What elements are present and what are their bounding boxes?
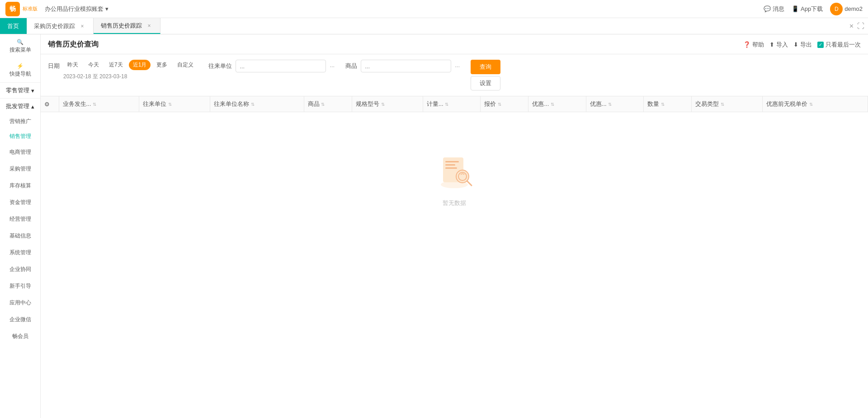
message-button[interactable]: 💬 消息 (764, 5, 784, 13)
date-btn-yesterday[interactable]: 昨天 (63, 60, 82, 70)
date-options: 昨天 今天 近7天 近1月 更多 自定义 2023-02-18 至 2023-0… (63, 60, 198, 81)
sidebar-item-member[interactable]: 畅会员 (0, 328, 40, 345)
col-partner-name[interactable]: 往来单位名称 ⇅ (210, 96, 304, 112)
col-product[interactable]: 商品 ⇅ (304, 96, 352, 112)
query-button[interactable]: 查询 (471, 60, 500, 74)
retail-chevron-icon: ▾ (31, 87, 34, 94)
message-label: 消息 (773, 5, 784, 13)
settings-button[interactable]: 设置 (471, 76, 500, 90)
col-discount1[interactable]: 优惠... ⇅ (528, 96, 586, 112)
sidebar-item-retail[interactable]: 零售管理 ▾ (0, 82, 40, 98)
date-btn-7days[interactable]: 近7天 (105, 60, 127, 70)
col-gear[interactable]: ⚙ (41, 96, 59, 112)
date-filter-group: 日期 昨天 今天 近7天 近1月 更多 自定义 2023-02-18 至 202… (48, 60, 198, 81)
sort-icon-price: ⇅ (498, 102, 501, 107)
date-btn-1month[interactable]: 近1月 (129, 60, 151, 70)
user-area[interactable]: D demo2 (830, 3, 863, 15)
close-all-icon[interactable]: × (849, 22, 854, 30)
avatar: D (830, 3, 843, 15)
partner-input[interactable] (236, 60, 326, 72)
sidebar-item-system[interactable]: 系统管理 (0, 244, 40, 261)
gear-icon[interactable]: ⚙ (44, 101, 50, 108)
only-last-checkbox[interactable]: ✓ 只看最后一次 (817, 41, 861, 49)
tab-sales-history[interactable]: 销售历史价跟踪 × (94, 18, 160, 34)
sort-icon-pretax-price: ⇅ (809, 102, 813, 107)
page-title: 销售历史价查询 (48, 40, 99, 49)
col-unit[interactable]: 计量... ⇅ (423, 96, 480, 112)
import-button[interactable]: ⬆ 导入 (769, 41, 788, 49)
sidebar-item-finance[interactable]: 资金管理 (0, 194, 40, 211)
page-header: 销售历史价查询 ❓ 帮助 ⬆ 导入 ⬇ 导出 ✓ (41, 34, 868, 54)
sidebar-item-inventory[interactable]: 库存核算 (0, 177, 40, 194)
sidebar-item-basic[interactable]: 基础信息 (0, 228, 40, 244)
sidebar-shortcut-label: 快捷导航 (9, 70, 31, 78)
date-btn-more[interactable]: 更多 (152, 60, 171, 70)
app-selector[interactable]: 办公用品行业模拟账套 ▾ (41, 3, 112, 15)
product-dots-button[interactable]: ··· (455, 63, 460, 70)
sidebar-item-purchase[interactable]: 采购管理 (0, 161, 40, 177)
tab-purchase-history-label: 采购历史价跟踪 (34, 22, 75, 30)
sidebar-item-search[interactable]: 🔍 搜索菜单 (0, 34, 40, 58)
download-icon: 📱 (792, 5, 799, 12)
tab-sales-history-label: 销售历史价跟踪 (101, 22, 142, 30)
sort-icon-spec: ⇅ (381, 102, 385, 107)
col-price-label: 报价 (484, 100, 496, 107)
col-discount2-label: 优惠... (590, 100, 607, 107)
tab-sales-history-close[interactable]: × (146, 22, 153, 29)
sidebar-basic-label: 基础信息 (9, 232, 31, 240)
sort-icon-discount1: ⇅ (551, 102, 554, 107)
partner-label: 往来单位 (208, 60, 232, 72)
sidebar-item-shortcut[interactable]: ⚡ 快捷导航 (0, 58, 40, 82)
col-trade-type-label: 交易类型 (695, 100, 719, 107)
date-btn-custom[interactable]: 自定义 (173, 60, 198, 70)
col-spec[interactable]: 规格型号 ⇅ (352, 96, 423, 112)
tab-bar-end: × ⛶ (846, 18, 868, 34)
export-button[interactable]: ⬇ 导出 (793, 41, 812, 49)
col-pretax-price[interactable]: 优惠前无税单价 ⇅ (763, 96, 868, 112)
maximize-icon[interactable]: ⛶ (857, 22, 864, 30)
col-product-label: 商品 (308, 100, 320, 107)
sidebar-item-guide[interactable]: 新手引导 (0, 278, 40, 294)
sidebar-item-sales-mgmt[interactable]: 销售管理 (0, 129, 40, 144)
partner-dots-button[interactable]: ··· (330, 63, 335, 70)
tab-home[interactable]: 首页 (0, 18, 27, 34)
col-discount2[interactable]: 优惠... ⇅ (586, 96, 643, 112)
wholesale-chevron-icon: ▴ (31, 103, 34, 110)
col-price[interactable]: 报价 ⇅ (481, 96, 528, 112)
col-partner-code[interactable]: 往来单位 ⇅ (139, 96, 210, 112)
sidebar-item-wechat[interactable]: 企业微信 (0, 311, 40, 328)
date-buttons: 昨天 今天 近7天 近1月 更多 自定义 (63, 60, 198, 70)
logo-area: 畅 标准版 (5, 2, 38, 16)
col-trade-type[interactable]: 交易类型 ⇅ (692, 96, 763, 112)
tab-purchase-history-close[interactable]: × (79, 23, 86, 30)
tab-purchase-history[interactable]: 采购历史价跟踪 × (27, 18, 94, 34)
sidebar-operations-label: 经营管理 (9, 215, 31, 223)
app-download-button[interactable]: 📱 App下载 (792, 5, 823, 13)
sidebar-item-enterprise[interactable]: 企业协同 (0, 261, 40, 278)
sidebar-item-marketing[interactable]: 营销推广 (0, 114, 40, 129)
sidebar-app-center-label: 应用中心 (9, 299, 31, 307)
dropdown-icon: ▾ (105, 5, 108, 12)
sidebar-item-operations[interactable]: 经营管理 (0, 211, 40, 228)
help-button[interactable]: ❓ 帮助 (743, 41, 764, 49)
help-label: 帮助 (752, 41, 764, 49)
product-input[interactable] (361, 60, 451, 72)
sidebar-purchase-label: 采购管理 (9, 165, 31, 173)
col-quantity-label: 数量 (647, 100, 659, 107)
content-area: 销售历史价查询 ❓ 帮助 ⬆ 导入 ⬇ 导出 ✓ (41, 34, 868, 418)
sidebar-search-label: 搜索菜单 (9, 46, 31, 54)
checkbox-icon: ✓ (817, 42, 824, 48)
col-quantity[interactable]: 数量 ⇅ (644, 96, 692, 112)
tab-home-label: 首页 (7, 22, 19, 30)
date-range: 2023-02-18 至 2023-03-18 (63, 73, 198, 81)
sidebar-wholesale-label: 批发管理 (6, 102, 29, 110)
col-discount1-label: 优惠... (532, 100, 549, 107)
sidebar-item-ecommerce[interactable]: 电商管理 (0, 144, 40, 161)
date-btn-today[interactable]: 今天 (84, 60, 103, 70)
sidebar-item-app-center[interactable]: 应用中心 (0, 294, 40, 311)
sidebar-item-wholesale[interactable]: 批发管理 ▴ (0, 98, 40, 114)
empty-state: 暂无数据 (41, 112, 868, 243)
col-business-date[interactable]: 业务发生... ⇅ (59, 96, 139, 112)
sort-icon-unit: ⇅ (445, 102, 448, 107)
message-icon: 💬 (764, 5, 771, 12)
